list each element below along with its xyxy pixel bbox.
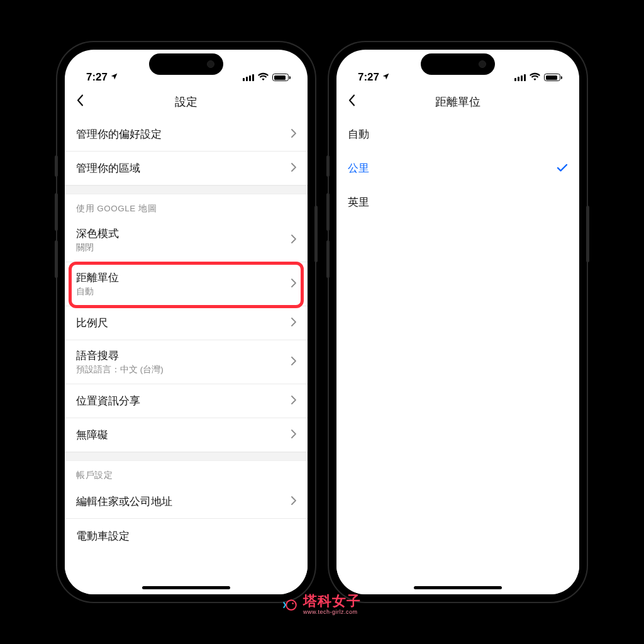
section-header-account: 帳戶設定 xyxy=(65,461,308,485)
nav-header: 設定 xyxy=(65,86,308,118)
chevron-right-icon xyxy=(291,496,296,508)
home-indicator[interactable] xyxy=(142,586,230,589)
chevron-right-icon xyxy=(291,279,296,290)
back-button[interactable] xyxy=(348,94,355,110)
row-location-sharing[interactable]: 位置資訊分享 xyxy=(65,384,308,418)
location-services-icon xyxy=(110,71,118,84)
svg-point-1 xyxy=(292,602,294,604)
dynamic-island xyxy=(421,53,495,75)
row-label: 編輯住家或公司地址 xyxy=(76,495,172,509)
settings-list[interactable]: 管理你的偏好設定 管理你的區域 使用 GOOGLE 地圖 深色模式 關閉 xyxy=(65,118,308,594)
option-miles[interactable]: 英里 xyxy=(336,186,579,219)
option-label: 英里 xyxy=(348,196,369,209)
row-scale-bar[interactable]: 比例尺 xyxy=(65,306,308,340)
watermark: 塔科女子 www.tech-girlz.com xyxy=(283,594,361,615)
nav-header: 距離單位 xyxy=(336,86,579,118)
row-accessibility[interactable]: 無障礙 xyxy=(65,418,308,452)
cellular-signal-icon xyxy=(514,74,526,81)
row-label: 語音搜尋 xyxy=(76,349,164,363)
row-subtitle: 自動 xyxy=(76,286,119,297)
wifi-icon xyxy=(258,71,269,84)
option-label: 自動 xyxy=(348,128,369,142)
status-time: 7:27 xyxy=(358,71,379,84)
section-separator xyxy=(65,452,308,461)
checkmark-icon xyxy=(557,162,568,175)
watermark-brand: 塔科女子 xyxy=(303,594,361,608)
battery-icon xyxy=(544,74,560,81)
row-distance-units[interactable]: 距離單位 自動 xyxy=(65,262,308,306)
chevron-right-icon xyxy=(291,396,296,407)
dynamic-island xyxy=(149,53,223,75)
row-edit-home-work-address[interactable]: 編輯住家或公司地址 xyxy=(65,485,308,519)
svg-point-0 xyxy=(286,600,296,610)
row-label: 距離單位 xyxy=(76,271,119,285)
page-title: 距離單位 xyxy=(435,94,480,109)
location-services-icon xyxy=(382,71,390,84)
row-manage-preferences[interactable]: 管理你的偏好設定 xyxy=(65,118,308,152)
home-indicator[interactable] xyxy=(414,586,502,589)
row-label: 管理你的偏好設定 xyxy=(76,128,162,142)
chevron-right-icon xyxy=(291,430,296,441)
chevron-right-icon xyxy=(291,129,296,140)
option-kilometers[interactable]: 公里 xyxy=(336,152,579,186)
section-separator xyxy=(65,186,308,194)
option-auto[interactable]: 自動 xyxy=(336,118,579,152)
row-label: 深色模式 xyxy=(76,227,119,241)
chevron-right-icon xyxy=(291,235,296,246)
row-subtitle: 關閉 xyxy=(76,242,119,253)
chevron-right-icon xyxy=(291,357,296,368)
option-label: 公里 xyxy=(348,162,369,175)
chevron-right-icon xyxy=(291,163,296,174)
row-dark-mode[interactable]: 深色模式 關閉 xyxy=(65,218,308,262)
battery-icon xyxy=(272,74,289,81)
section-header-using-gmaps: 使用 GOOGLE 地圖 xyxy=(65,194,308,218)
status-time: 7:27 xyxy=(86,71,108,84)
row-subtitle: 預設語言：中文 (台灣) xyxy=(76,364,164,375)
distance-unit-options: 自動 公里 英里 xyxy=(336,118,579,594)
row-label: 管理你的區域 xyxy=(76,162,140,175)
row-ev-settings[interactable]: 電動車設定 xyxy=(65,519,308,553)
page-title: 設定 xyxy=(175,94,197,109)
wifi-icon xyxy=(530,71,540,84)
row-label: 位置資訊分享 xyxy=(76,394,140,408)
row-voice-search[interactable]: 語音搜尋 預設語言：中文 (台灣) xyxy=(65,340,308,384)
row-label: 比例尺 xyxy=(76,316,108,330)
row-label: 電動車設定 xyxy=(76,530,130,543)
phone-left: 7:27 設定 xyxy=(57,42,315,602)
back-button[interactable] xyxy=(76,94,84,110)
watermark-url: www.tech-girlz.com xyxy=(303,609,361,615)
phone-right: 7:27 距離單位 xyxy=(329,42,587,602)
row-label: 無障礙 xyxy=(76,428,108,442)
watermark-logo-icon xyxy=(283,597,299,613)
cellular-signal-icon xyxy=(243,74,254,81)
row-manage-areas[interactable]: 管理你的區域 xyxy=(65,152,308,186)
chevron-right-icon xyxy=(291,318,296,329)
